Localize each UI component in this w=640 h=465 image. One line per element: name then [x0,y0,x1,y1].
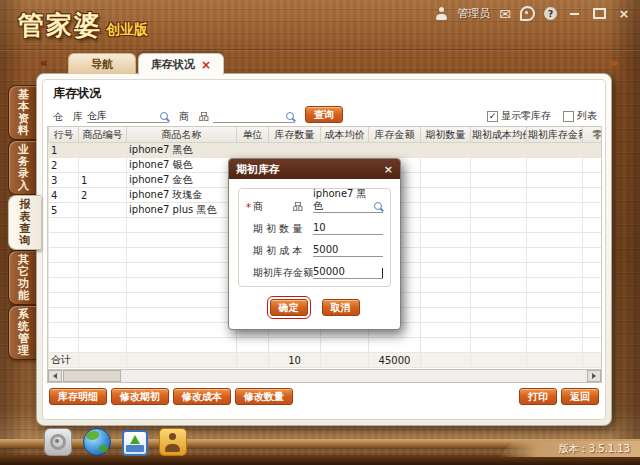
col-initial-qty: 期初数量 [421,127,471,143]
page-title: 库存状况 [53,85,101,102]
filter-row: 仓 库 仓库 商 品 查询 ✓ 显示零库存 列表 [53,105,597,123]
modify-cost-button[interactable]: 修改成本 [173,388,231,405]
table-header-row: 行号 商品编号 商品名称 单位 库存数量 成本均价 库存金额 期初数量 期初成本… [49,127,603,143]
initial-cost-field-row: 期 初 成 本 5000 [246,242,383,257]
version-ribbon: 版本：3.5.1.13 [498,441,640,457]
initial-inventory-dialog: 期初库存 × * 商 品 iphone7 黑色 期 初 数 量 10 期 初 成… [228,158,401,330]
initial-cost-label: 期 初 成 本 [253,245,313,257]
totals-row: 合计 10 45000 [49,353,603,368]
col-unit: 单位 [237,127,269,143]
sidebar-item-other-functions[interactable]: 其它功能 [8,250,38,305]
col-product-code: 商品编号 [79,127,127,143]
maximize-button[interactable] [591,7,607,20]
scroll-right-button[interactable] [587,370,601,382]
initial-qty-label: 期 初 数 量 [253,223,313,235]
col-initial-avg-cost: 期初成本均价 [471,127,527,143]
initial-qty-input[interactable]: 10 [313,220,383,235]
tabs-scroll-left-icon[interactable]: « [40,56,48,70]
totals-stock-amount: 45000 [369,353,421,368]
col-initial-amount: 期初库存金额 [527,127,583,143]
modify-initial-button[interactable]: 修改期初 [111,388,169,405]
logo-main-text: 管家婆 [18,10,102,40]
show-zero-stock-checkbox[interactable]: ✓ [487,111,498,122]
col-stock-amount: 库存金额 [369,127,421,143]
tab-close-icon[interactable]: × [201,60,211,70]
user-icon [435,7,448,20]
tab-navigation[interactable]: 导航 [68,53,136,74]
minimize-icon [570,13,579,15]
search-icon[interactable] [160,112,168,120]
totals-label: 合计 [49,353,79,368]
settings-icon[interactable] [44,428,72,456]
upgrade-icon[interactable] [122,430,148,456]
col-product-name: 商品名称 [127,127,237,143]
col-retail: 零售 [583,127,603,143]
close-button[interactable]: × [616,7,632,20]
show-zero-stock-option[interactable]: ✓ 显示零库存 [487,109,551,123]
app-logo: 管家婆创业版 [18,8,148,43]
product-input[interactable] [213,108,295,123]
initial-amount-label: 期初库存金额 [253,267,313,279]
spacer [297,388,515,405]
user-name: 管理员 [457,6,490,21]
user-dock-icon[interactable] [159,428,187,456]
dialog-buttons: 确定 取消 [238,299,391,316]
logo-sub-text: 创业版 [106,21,148,37]
ok-button[interactable]: 确定 [270,299,308,316]
tab-label: 库存状况 [151,57,195,72]
search-icon[interactable] [374,202,382,210]
initial-cost-input[interactable]: 5000 [313,242,383,257]
initial-amount-field-row: 期初库存金额 50000 [246,264,383,279]
text-cursor [382,268,383,278]
col-stock-qty: 库存数量 [269,127,321,143]
footer-toolbar: 库存明细 修改期初 修改成本 修改数量 打印 返回 [49,388,599,405]
dialog-body: * 商 品 iphone7 黑色 期 初 数 量 10 期 初 成 本 5000 [229,179,400,329]
weibo-icon[interactable] [520,6,535,21]
sidebar-item-basic-data[interactable]: 基本资料 [8,85,38,140]
cancel-button[interactable]: 取消 [322,299,360,316]
initial-qty-field-row: 期 初 数 量 10 [246,220,383,235]
modify-qty-button[interactable]: 修改数量 [235,388,293,405]
empty-row [49,338,603,353]
network-icon[interactable] [83,428,111,456]
horizontal-scrollbar[interactable] [47,369,602,383]
warehouse-input[interactable]: 仓库 [87,108,169,123]
tab-label: 导航 [91,57,113,72]
scrollbar-thumb[interactable] [63,370,121,382]
return-button[interactable]: 返回 [561,388,599,405]
print-button[interactable]: 打印 [519,388,557,405]
dialog-title: 期初库存 [236,162,280,177]
dock [44,428,187,456]
tabs-scroll-right-icon[interactable]: » [610,56,618,70]
dialog-product-input[interactable]: iphone7 黑色 [313,198,383,213]
query-button[interactable]: 查询 [305,106,343,123]
stock-detail-button[interactable]: 库存明细 [49,388,107,405]
sidebar-item-report-query[interactable]: 报表查询 [8,195,41,250]
help-icon[interactable]: ? [544,7,557,20]
scroll-left-button[interactable] [48,370,62,382]
tab-inventory-status[interactable]: 库存状况 × [138,53,224,75]
scroll-left-icon [53,373,57,379]
initial-amount-input[interactable]: 50000 [313,264,383,279]
scroll-right-icon [592,373,596,379]
minimize-button[interactable] [566,7,582,20]
dialog-close-icon[interactable]: × [384,164,393,175]
sidebar-item-business-entry[interactable]: 业务录入 [8,140,38,195]
sidebar-item-system-management[interactable]: 系统管理 [8,305,38,360]
product-field-label: 商 品 [253,201,313,213]
show-zero-stock-label: 显示零库存 [501,109,551,123]
dialog-fieldset: * 商 品 iphone7 黑色 期 初 数 量 10 期 初 成 本 5000 [238,188,391,287]
list-view-label: 列表 [577,109,597,123]
tab-bar: « 导航 库存状况 × » [36,53,610,74]
table-row[interactable]: 1 iphone7 黑色 [49,143,603,158]
mail-icon[interactable]: ✉ [499,8,511,20]
header-controls: 管理员 ✉ ? × [435,6,632,21]
col-avg-cost: 成本均价 [321,127,369,143]
list-view-checkbox[interactable] [563,111,574,122]
search-icon[interactable] [286,112,294,120]
warehouse-label: 仓 库 [53,110,83,123]
list-view-option[interactable]: 列表 [563,109,597,123]
maximize-icon [593,8,606,19]
totals-stock-qty: 10 [269,353,321,368]
close-icon: × [619,8,630,19]
